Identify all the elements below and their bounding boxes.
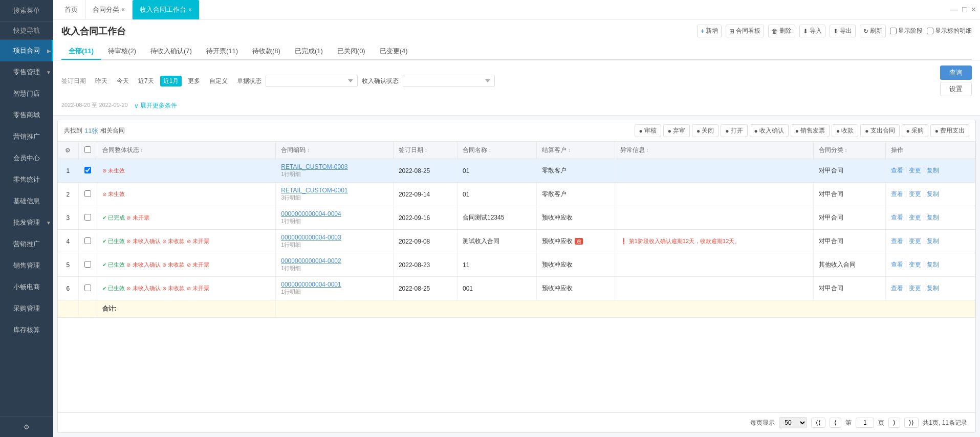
row-checkbox-cell[interactable] (78, 183, 97, 206)
sidebar-item-base-info[interactable]: 基础信息 (0, 190, 53, 212)
prev-page-button[interactable]: ⟨ (830, 418, 841, 428)
row-checkbox-cell[interactable] (78, 253, 97, 277)
open-button[interactable]: ● 打开 (721, 124, 747, 137)
sidebar-item-marketing2[interactable]: 营销推广 (0, 233, 53, 255)
date-btn-yesterday[interactable]: 昨天 (92, 76, 111, 86)
next-page-button[interactable]: ⟩ (888, 418, 900, 428)
copy-link[interactable]: 复制 (927, 284, 939, 293)
col-customer[interactable]: 结算客户 (537, 142, 615, 159)
change-link[interactable]: 变更 (909, 237, 921, 246)
copy-link[interactable]: 复制 (927, 213, 939, 222)
refresh-button[interactable]: ↻ 刷新 (860, 25, 886, 37)
view-link[interactable]: 查看 (891, 284, 903, 293)
payment-button[interactable]: ● 收款 (832, 124, 858, 137)
income-confirm-button[interactable]: ● 收入确认 (750, 124, 789, 137)
page-input[interactable] (856, 418, 874, 428)
date-btn-1month[interactable]: 近1月 (160, 76, 182, 86)
change-link[interactable]: 变更 (909, 190, 921, 199)
sidebar-item-purchase-mgmt[interactable]: 采购管理 (0, 298, 53, 319)
query-button[interactable]: 查询 (940, 65, 972, 80)
row-checkbox[interactable] (84, 214, 91, 221)
sub-tab-pending-review[interactable]: 待审核(2) (101, 43, 143, 60)
row-checkbox[interactable] (84, 261, 91, 268)
row-checkbox-cell[interactable] (78, 277, 97, 300)
sidebar-item-inventory[interactable]: 库存核算 (0, 319, 53, 341)
minimize-button[interactable]: — (950, 5, 958, 14)
sub-tab-all[interactable]: 全部(11) (61, 43, 101, 60)
change-link[interactable]: 变更 (909, 213, 921, 222)
col-code[interactable]: 合同编码 (276, 142, 394, 159)
change-link[interactable]: 变更 (909, 260, 921, 269)
row-checkbox[interactable] (84, 237, 91, 244)
page-size-select[interactable]: 50 20 100 (779, 417, 807, 428)
copy-link[interactable]: 复制 (927, 190, 939, 199)
contract-code-link[interactable]: RETAIL_CUSTOM-0003 (281, 163, 347, 170)
col-settings[interactable]: ⚙ (58, 142, 78, 159)
sub-tab-pending-invoice[interactable]: 待开票(11) (199, 43, 245, 60)
sidebar-search[interactable]: 搜索菜单 (0, 0, 53, 22)
tab-close-contract-category[interactable]: × (121, 6, 125, 13)
sidebar-item-marketing[interactable]: 营销推广 (0, 126, 53, 147)
import-button[interactable]: ⬇ 导入 (799, 25, 825, 37)
view-link[interactable]: 查看 (891, 213, 903, 222)
view-link[interactable]: 查看 (891, 237, 903, 246)
sub-tab-pending-payment[interactable]: 待收款(8) (245, 43, 288, 60)
purchase-button[interactable]: ● 采购 (902, 124, 928, 137)
sub-tab-pending-confirm[interactable]: 待收入确认(7) (143, 43, 199, 60)
contract-code-link[interactable]: 0000000000004-0001 (281, 281, 341, 288)
sidebar-item-xiaochange[interactable]: 小畅电商 (0, 276, 53, 298)
copy-link[interactable]: 复制 (927, 260, 939, 269)
close-button[interactable]: ● 关闭 (692, 124, 718, 137)
contract-code-link[interactable]: 0000000000004-0004 (281, 210, 341, 217)
row-checkbox[interactable] (84, 285, 91, 291)
col-check[interactable] (78, 142, 97, 159)
show-detail-checkbox[interactable]: 显示标的明细 (927, 27, 972, 35)
contract-code-link[interactable]: 0000000000004-0003 (281, 234, 341, 241)
last-page-button[interactable]: ⟩⟩ (904, 418, 919, 428)
expense-output-button[interactable]: ● 费用支出 (930, 124, 969, 137)
abandon-review-button[interactable]: ● 弃审 (663, 124, 690, 137)
copy-link[interactable]: 复制 (927, 237, 939, 246)
review-button[interactable]: ● 审核 (635, 124, 661, 137)
close-window-button[interactable]: × (971, 5, 976, 14)
sidebar-item-smart-store[interactable]: 智慧门店 (0, 83, 53, 104)
col-exception[interactable]: 异常信息 (615, 142, 813, 159)
view-link[interactable]: 查看 (891, 190, 903, 199)
sub-tab-closed[interactable]: 已关闭(0) (330, 43, 373, 60)
change-link[interactable]: 变更 (909, 166, 921, 175)
first-page-button[interactable]: ⟨⟨ (811, 418, 825, 428)
contract-board-button[interactable]: ⊞ 合同看板 (726, 25, 764, 37)
sidebar-item-wholesale-mgmt[interactable]: 批发管理 ▼ (0, 212, 53, 233)
select-all-checkbox[interactable] (84, 146, 91, 153)
sub-tab-changed[interactable]: 已变更(4) (373, 43, 415, 60)
date-btn-custom[interactable]: 自定义 (206, 76, 231, 86)
sidebar-item-sales-mgmt[interactable]: 销售管理 (0, 255, 53, 276)
sidebar-item-retail-mgmt[interactable]: 零售管理 ▼ (0, 61, 53, 83)
change-link[interactable]: 变更 (909, 284, 921, 293)
tab-income-contract[interactable]: 收入合同工作台 × (133, 0, 200, 19)
doc-status-select[interactable] (266, 75, 358, 87)
row-checkbox-cell[interactable] (78, 206, 97, 230)
export-button[interactable]: ⬆ 导出 (830, 25, 856, 37)
contract-code-link[interactable]: RETAIL_CUSTOM-0001 (281, 187, 347, 194)
table-scroll[interactable]: ⚙ 合同整体状态 合同编码 签订日期 合同名称 结算客户 异常信息 合同分类 操… (58, 142, 975, 412)
sidebar-quick-nav[interactable]: 快捷导航 (0, 22, 53, 40)
set-button[interactable]: 设置 (940, 82, 972, 96)
row-checkbox-cell[interactable] (78, 230, 97, 253)
row-checkbox[interactable] (84, 167, 91, 173)
col-category[interactable]: 合同分类 (813, 142, 885, 159)
expense-contract-button[interactable]: ● 支出合同 (860, 124, 899, 137)
tab-close-income-contract[interactable]: × (188, 6, 192, 13)
view-link[interactable]: 查看 (891, 166, 903, 175)
maximize-button[interactable]: □ (962, 5, 967, 14)
sub-tab-completed[interactable]: 已完成(1) (288, 43, 330, 60)
tab-home[interactable]: 首页 (57, 0, 85, 19)
row-checkbox[interactable] (84, 190, 91, 197)
row-checkbox-cell[interactable] (78, 159, 97, 183)
add-button[interactable]: + 新增 (697, 25, 722, 37)
sidebar-item-retail-stats[interactable]: 零售统计 (0, 169, 53, 190)
expand-filter-button[interactable]: ∨ 展开更多条件 (134, 101, 177, 110)
sidebar-item-project[interactable]: 项目合同 ▶ (0, 40, 53, 61)
col-name[interactable]: 合同名称 (457, 142, 536, 159)
income-confirm-select[interactable] (403, 75, 495, 87)
